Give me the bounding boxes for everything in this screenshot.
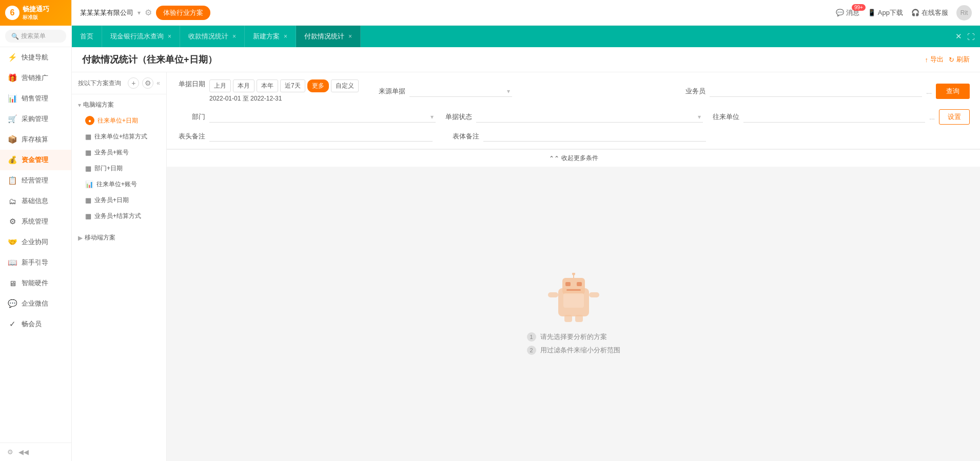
tab-home[interactable]: 首页	[72, 26, 102, 47]
add-scheme-btn[interactable]: +	[128, 77, 139, 89]
note-body-input[interactable]	[483, 131, 707, 142]
doc-status-label: 单据状态	[444, 112, 472, 122]
date-btn-this-month[interactable]: 本月	[233, 79, 254, 92]
doc-status-select[interactable]: ▾	[476, 112, 702, 123]
tab-new-scheme[interactable]: 新建方案 ×	[245, 26, 296, 47]
scheme-item-staff-date[interactable]: ▦ 业务员+日期	[72, 192, 166, 208]
tab-receipt-close[interactable]: ×	[232, 33, 236, 40]
sidebar-item-inventory[interactable]: 📦 库存核算	[0, 129, 71, 150]
date-btn-last-month[interactable]: 上月	[209, 79, 231, 92]
refresh-btn[interactable]: ↻ 刷新	[949, 55, 970, 64]
partner-label: 往来单位	[711, 112, 739, 122]
sidebar-item-sales[interactable]: 📊 销售管理	[0, 88, 71, 109]
date-range-display: 2022-01-01 至 2022-12-31	[209, 94, 359, 103]
pc-scheme-group-title[interactable]: ▾ 电脑端方案	[72, 97, 166, 112]
sidebar-item-member[interactable]: ✓ 畅会员	[0, 314, 71, 334]
trial-btn[interactable]: 体验行业方案	[156, 6, 210, 20]
staff-more-icon[interactable]: ...	[926, 88, 932, 95]
tab-maximize-icon[interactable]: ⛶	[967, 32, 975, 41]
sales-icon: 📊	[7, 93, 17, 104]
scheme-item-partner-date[interactable]: ● 往来单位+日期	[72, 112, 166, 129]
source-select[interactable]: ▾	[409, 86, 512, 97]
mobile-scheme-group-title[interactable]: ▶ 移动端方案	[72, 230, 166, 245]
online-support-btn[interactable]: 🎧 在线客服	[911, 8, 948, 17]
scheme-item-staff-account[interactable]: ▦ 业务员+账号	[72, 145, 166, 161]
scheme-settings-btn[interactable]: ⚙	[142, 77, 153, 89]
filter-row-3: 表头备注 表体备注	[177, 131, 970, 142]
right-panel: 单据日期 上月 本月 本年 近7天 更多 自定义 20	[167, 72, 980, 461]
collapse-panel-btn[interactable]: «	[156, 79, 160, 87]
staff-input[interactable]	[710, 86, 922, 97]
user-avatar[interactable]: Rit	[956, 5, 972, 21]
scheme-item-partner-account-label: 往来单位+账号	[96, 180, 137, 189]
tab-close-all-icon[interactable]: ✕	[955, 32, 962, 41]
sidebar-search-container: 🔍 搜索菜单	[0, 26, 71, 47]
table-icon-1: ▦	[85, 133, 91, 141]
mobile-group-label: 移动端方案	[85, 233, 115, 242]
sidebar-item-corp[interactable]: 🤝 企业协同	[0, 232, 71, 252]
date-btn-more[interactable]: 更多	[307, 79, 329, 92]
header-settings-icon[interactable]: ⚙	[145, 8, 152, 17]
app-download-btn[interactable]: 📱 App下载	[868, 8, 903, 17]
svg-rect-2	[565, 282, 571, 286]
sidebar-item-basics[interactable]: 🗂 基础信息	[0, 191, 71, 211]
pc-group-label: 电脑端方案	[83, 101, 114, 109]
sidebar-item-purchase[interactable]: 🛒 采购管理	[0, 109, 71, 129]
sidebar-item-system[interactable]: ⚙ 系统管理	[0, 211, 71, 232]
tab-new-scheme-close[interactable]: ×	[284, 33, 287, 40]
query-scheme-label: 按以下方案查询	[78, 79, 121, 88]
left-scheme-panel: 按以下方案查询 + ⚙ « ▾ 电脑端方案	[72, 72, 167, 461]
tab-bank-close[interactable]: ×	[168, 33, 171, 40]
purchase-icon: 🛒	[7, 114, 17, 124]
bottom-gear-icon[interactable]: ⚙	[7, 448, 13, 456]
scheme-item-staff-settle-label: 业务员+结算方式	[94, 212, 141, 221]
collapse-more-label: 收起更多条件	[561, 154, 598, 163]
sidebar-item-quick-nav[interactable]: ⚡ 快捷导航	[0, 47, 71, 68]
export-btn[interactable]: ↑ 导出	[925, 55, 944, 64]
search-input-trigger[interactable]: 🔍 搜索菜单	[5, 30, 66, 43]
sidebar-item-wechat[interactable]: 💬 企业微信	[0, 293, 71, 314]
message-btn[interactable]: 💬 消息 99+	[836, 8, 859, 17]
scheme-item-partner-settle[interactable]: ▦ 往来单位+结算方式	[72, 129, 166, 145]
partner-input[interactable]	[743, 112, 925, 123]
tab-actions: ✕ ⛶	[950, 26, 980, 47]
date-btn-custom[interactable]: 自定义	[331, 79, 359, 92]
header-right: 💬 消息 99+ 📱 App下载 🎧 在线客服 Rit	[836, 5, 972, 21]
collapse-more-btn[interactable]: ⌃⌃ 收起更多条件	[167, 149, 980, 167]
date-btn-7days[interactable]: 近7天	[280, 79, 305, 92]
tab-payment-stats[interactable]: 付款情况统计 ×	[296, 26, 361, 47]
refresh-icon: ↻	[949, 56, 954, 64]
sidebar-collapse-icon[interactable]: ◀◀	[18, 448, 29, 456]
page-header: 付款情况统计（往来单位+日期） ↑ 导出 ↻ 刷新	[72, 47, 980, 72]
note-header-input[interactable]	[209, 131, 433, 142]
company-dropdown-icon[interactable]: ▾	[138, 9, 141, 16]
scheme-item-staff-settle[interactable]: ▦ 业务员+结算方式	[72, 208, 166, 224]
query-btn[interactable]: 查询	[936, 84, 970, 99]
expand-arrow-icon: ▾	[78, 102, 81, 109]
sidebar-item-capital[interactable]: 💰 资金管理	[0, 150, 71, 170]
scheme-item-partner-settle-label: 往来单位+结算方式	[94, 132, 147, 141]
avatar-label: Rit	[961, 9, 968, 16]
scheme-item-partner-account[interactable]: 📊 往来单位+账号	[72, 176, 166, 192]
sidebar-item-hardware[interactable]: 🖥 智能硬件	[0, 273, 71, 293]
corp-icon: 🤝	[7, 237, 17, 247]
svg-rect-8	[589, 292, 599, 297]
sidebar-item-operations[interactable]: 📋 经营管理	[0, 170, 71, 191]
date-btn-this-year[interactable]: 本年	[257, 79, 278, 92]
svg-rect-3	[577, 282, 582, 286]
partner-more-icon[interactable]: ...	[929, 113, 935, 121]
tab-receipt-stats[interactable]: 收款情况统计 ×	[180, 26, 245, 47]
svg-rect-7	[548, 292, 558, 297]
scheme-item-dept-date[interactable]: ▦ 部门+日期	[72, 161, 166, 176]
scheme-item-partner-date-label: 往来单位+日期	[97, 116, 138, 125]
dept-select[interactable]: ▾	[209, 112, 436, 123]
tab-bank[interactable]: 现金银行流水查询 ×	[102, 26, 180, 47]
edition-label: 标准版	[23, 14, 49, 21]
tab-payment-close[interactable]: ×	[348, 33, 352, 40]
scheme-item-dept-date-label: 部门+日期	[94, 164, 123, 173]
scheme-panel-actions: + ⚙ «	[128, 77, 160, 89]
content-area: 付款情况统计（往来单位+日期） ↑ 导出 ↻ 刷新 按以下方案查询	[72, 47, 980, 461]
settings-action-btn[interactable]: 设置	[939, 109, 970, 125]
sidebar-item-guide[interactable]: 📖 新手引导	[0, 252, 71, 273]
sidebar-item-marketing[interactable]: 🎁 营销推广	[0, 68, 71, 88]
